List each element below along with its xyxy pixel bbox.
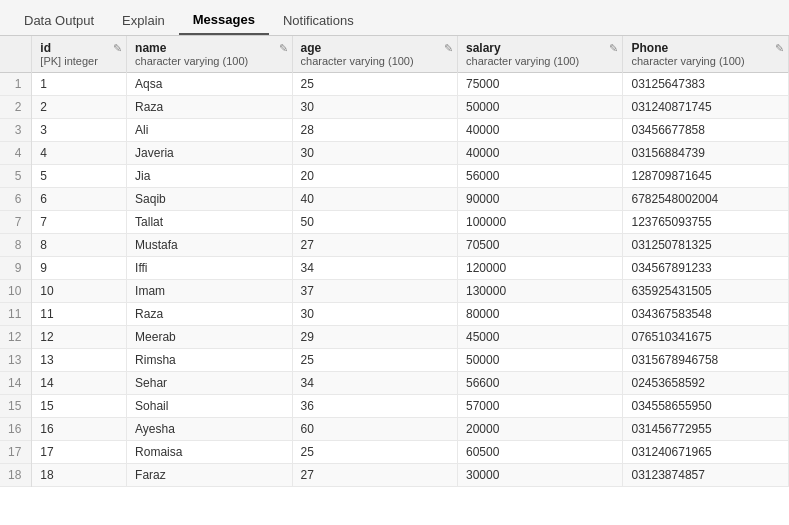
- row-number: 11: [0, 303, 32, 326]
- cell-phone: 03456677858: [623, 119, 789, 142]
- cell-age: 40: [292, 188, 457, 211]
- cell-name: Iffi: [127, 257, 292, 280]
- row-number: 6: [0, 188, 32, 211]
- row-number: 13: [0, 349, 32, 372]
- table-header-row: id [PK] integer ✎ name character varying…: [0, 36, 789, 73]
- row-number: 5: [0, 165, 32, 188]
- table-row: 44Javeria304000003156884739: [0, 142, 789, 165]
- cell-id: 17: [32, 441, 127, 464]
- edit-icon-name[interactable]: ✎: [279, 42, 288, 55]
- table-row: 55Jia2056000128709871645: [0, 165, 789, 188]
- table-row: 33Ali284000003456677858: [0, 119, 789, 142]
- cell-age: 50: [292, 211, 457, 234]
- cell-age: 30: [292, 303, 457, 326]
- cell-id: 13: [32, 349, 127, 372]
- table-row: 1616Ayesha6020000031456772955: [0, 418, 789, 441]
- table-row: 1818Faraz273000003123874857: [0, 464, 789, 487]
- cell-age: 30: [292, 96, 457, 119]
- cell-phone: 03125647383: [623, 73, 789, 96]
- table-row: 66Saqib40900006782548002004: [0, 188, 789, 211]
- cell-phone: 034558655950: [623, 395, 789, 418]
- row-number: 15: [0, 395, 32, 418]
- row-number: 2: [0, 96, 32, 119]
- table-row: 99Iffi34120000034567891233: [0, 257, 789, 280]
- edit-icon-phone[interactable]: ✎: [775, 42, 784, 55]
- table-row: 1515Sohail3657000034558655950: [0, 395, 789, 418]
- col-header-salary: salary character varying (100) ✎: [458, 36, 623, 73]
- cell-age: 34: [292, 257, 457, 280]
- tab-messages[interactable]: Messages: [179, 6, 269, 35]
- cell-name: Faraz: [127, 464, 292, 487]
- cell-id: 10: [32, 280, 127, 303]
- cell-age: 27: [292, 464, 457, 487]
- row-number: 4: [0, 142, 32, 165]
- data-table-wrapper: id [PK] integer ✎ name character varying…: [0, 36, 789, 487]
- cell-phone: 02453658592: [623, 372, 789, 395]
- cell-name: Sehar: [127, 372, 292, 395]
- cell-salary: 40000: [458, 119, 623, 142]
- edit-icon-salary[interactable]: ✎: [609, 42, 618, 55]
- cell-salary: 50000: [458, 349, 623, 372]
- table-row: 1313Rimsha25500000315678946758: [0, 349, 789, 372]
- edit-icon-id[interactable]: ✎: [113, 42, 122, 55]
- cell-name: Mustafa: [127, 234, 292, 257]
- cell-name: Jia: [127, 165, 292, 188]
- table-row: 1111Raza3080000034367583548: [0, 303, 789, 326]
- row-number: 16: [0, 418, 32, 441]
- table-row: 1717Romaisa2560500031240671965: [0, 441, 789, 464]
- row-number: 14: [0, 372, 32, 395]
- tab-data-output[interactable]: Data Output: [10, 7, 108, 34]
- tab-notifications[interactable]: Notifications: [269, 7, 368, 34]
- cell-phone: 635925431505: [623, 280, 789, 303]
- col-header-name: name character varying (100) ✎: [127, 36, 292, 73]
- cell-salary: 130000: [458, 280, 623, 303]
- cell-name: Tallat: [127, 211, 292, 234]
- cell-phone: 031240871745: [623, 96, 789, 119]
- cell-id: 5: [32, 165, 127, 188]
- row-number: 17: [0, 441, 32, 464]
- cell-id: 2: [32, 96, 127, 119]
- cell-salary: 56000: [458, 165, 623, 188]
- cell-name: Ali: [127, 119, 292, 142]
- cell-salary: 40000: [458, 142, 623, 165]
- cell-age: 37: [292, 280, 457, 303]
- tab-explain[interactable]: Explain: [108, 7, 179, 34]
- cell-id: 12: [32, 326, 127, 349]
- col-header-id: id [PK] integer ✎: [32, 36, 127, 73]
- cell-salary: 57000: [458, 395, 623, 418]
- cell-name: Rimsha: [127, 349, 292, 372]
- cell-name: Romaisa: [127, 441, 292, 464]
- cell-salary: 50000: [458, 96, 623, 119]
- cell-phone: 03156884739: [623, 142, 789, 165]
- cell-age: 30: [292, 142, 457, 165]
- cell-phone: 0315678946758: [623, 349, 789, 372]
- row-number: 8: [0, 234, 32, 257]
- data-table: id [PK] integer ✎ name character varying…: [0, 36, 789, 487]
- row-number: 7: [0, 211, 32, 234]
- cell-age: 60: [292, 418, 457, 441]
- cell-name: Meerab: [127, 326, 292, 349]
- cell-age: 25: [292, 349, 457, 372]
- row-number: 1: [0, 73, 32, 96]
- table-body: 11Aqsa25750000312564738322Raza3050000031…: [0, 73, 789, 487]
- cell-id: 9: [32, 257, 127, 280]
- table-row: 77Tallat50100000123765093755: [0, 211, 789, 234]
- cell-phone: 031240671965: [623, 441, 789, 464]
- cell-id: 3: [32, 119, 127, 142]
- cell-phone: 034567891233: [623, 257, 789, 280]
- cell-id: 18: [32, 464, 127, 487]
- cell-age: 27: [292, 234, 457, 257]
- cell-id: 11: [32, 303, 127, 326]
- cell-phone: 031456772955: [623, 418, 789, 441]
- table-row: 22Raza3050000031240871745: [0, 96, 789, 119]
- table-row: 1212Meerab2945000076510341675: [0, 326, 789, 349]
- row-number: 10: [0, 280, 32, 303]
- cell-id: 16: [32, 418, 127, 441]
- table-row: 88Mustafa2770500031250781325: [0, 234, 789, 257]
- edit-icon-age[interactable]: ✎: [444, 42, 453, 55]
- cell-age: 28: [292, 119, 457, 142]
- cell-age: 20: [292, 165, 457, 188]
- cell-age: 34: [292, 372, 457, 395]
- cell-age: 25: [292, 441, 457, 464]
- table-row: 1414Sehar345660002453658592: [0, 372, 789, 395]
